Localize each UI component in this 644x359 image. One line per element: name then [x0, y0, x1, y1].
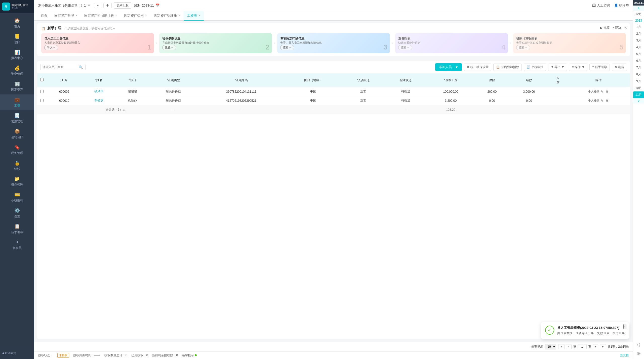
sidebar-item-close[interactable]: 🔒 结账	[0, 158, 34, 174]
first-page-btn[interactable]: «	[558, 344, 565, 349]
account-selector[interactable]: 刘小艳演示账套（勿删勿动！）1 ▼	[38, 3, 91, 8]
month-oct[interactable]: 10月	[633, 85, 644, 91]
guide-btn-toolbar[interactable]: ? 新手引导	[589, 64, 610, 71]
delete-icon-1[interactable]: 🗑	[605, 90, 609, 94]
guide-step-4-btn[interactable]: 查看＞	[398, 45, 412, 50]
sidebar-item-reports[interactable]: 📊 报表中心	[0, 47, 34, 63]
tab-assets-depreciation[interactable]: 固定资产折旧统计表 ×	[81, 11, 120, 21]
close-tab-assets-category[interactable]: ×	[145, 14, 147, 17]
close-tab-assets-mgmt[interactable]: ×	[75, 14, 77, 17]
period-selector[interactable]: 账期 2023-11 📅	[134, 3, 159, 8]
row-checkbox-1[interactable]	[37, 87, 46, 96]
guide-close-btn[interactable]: ×	[625, 26, 627, 30]
month-feb[interactable]: 2月	[633, 30, 644, 37]
month-jul[interactable]: 7月	[633, 64, 644, 71]
employee-link-1[interactable]: 徐泽华	[94, 90, 103, 93]
month-mar[interactable]: 3月	[633, 37, 644, 44]
sidebar-item-payroll[interactable]: 💼 工资	[0, 94, 34, 110]
close-tab-payroll-table[interactable]: ×	[198, 14, 200, 17]
month-nov[interactable]: 11月	[633, 91, 644, 98]
date-nav-down[interactable]: ∨	[633, 98, 644, 104]
guide-step-3-btn[interactable]: 查看＞	[280, 45, 294, 50]
month-may[interactable]: 5月	[633, 51, 644, 58]
guide-doc-btn[interactable]: ? 帮助	[612, 26, 621, 30]
row-select-2[interactable]	[40, 99, 44, 102]
prev-page-btn[interactable]: ‹	[566, 344, 572, 349]
per-page-select[interactable]: 10 20 50	[545, 344, 556, 349]
operations-btn[interactable]: ≡ 操作 ▼	[569, 64, 587, 71]
sidebar-item-assets[interactable]: 🏢 固定资产	[0, 79, 34, 94]
tab-payroll-table[interactable]: 工资表 ×	[184, 11, 204, 21]
sidebar-item-invoice[interactable]: 🧾 发票管理	[0, 110, 34, 126]
month-dec[interactable]: 12月	[633, 11, 644, 18]
sidebar-item-member[interactable]: ✦ 畅会员	[0, 237, 34, 253]
guide-step-1-btn[interactable]: 导入＞	[44, 45, 58, 50]
select-all-checkbox-header[interactable]	[37, 73, 46, 87]
guide-step-5-btn[interactable]: 查看＞	[516, 45, 530, 50]
consult-btn[interactable]: 🎧 人工咨询	[592, 3, 610, 8]
sidebar-item-guide[interactable]: 📋 新手引导	[0, 221, 34, 237]
row-checkbox-2[interactable]	[37, 96, 46, 105]
tab-assets-mgmt[interactable]: 固定资产管理 ×	[51, 11, 81, 21]
add-employee-btn[interactable]: 添加人员 ▼	[435, 63, 462, 71]
tax-report-btn[interactable]: 🧾 个税申报	[524, 64, 546, 71]
sidebar-item-settings[interactable]: ⚙️ 设置	[0, 205, 34, 221]
guide-step-2-btn[interactable]: 设置＞	[162, 45, 176, 50]
month-jan[interactable]: 1月	[633, 24, 644, 30]
employee-link-2[interactable]: 李俊杰	[94, 99, 103, 102]
recharge-btn[interactable]: 去充值	[620, 353, 629, 357]
month-apr[interactable]: 4月	[633, 44, 644, 51]
guide-help: ▶ 视频 ? 帮助	[600, 26, 621, 30]
col-report-status[interactable]: 报送状态	[385, 73, 426, 87]
guide-video-btn[interactable]: ▶ 视频	[600, 26, 610, 30]
search-icon[interactable]: 🔍	[79, 65, 83, 69]
tab-assets-detail[interactable]: 固定资产明细账 ×	[150, 11, 184, 21]
social-insurance-btn[interactable]: ⚙ 统一社保设置	[464, 64, 491, 71]
account-settings-btn[interactable]: ⚙	[103, 3, 112, 8]
next-page-btn[interactable]: ›	[593, 344, 598, 349]
export-btn[interactable]: ⬆ 导出 ▼	[548, 64, 567, 71]
row-select-1[interactable]	[40, 90, 44, 93]
sidebar-item-archive[interactable]: 📁 归档管理	[0, 174, 34, 189]
cell-name-1[interactable]: 徐泽华	[82, 87, 116, 96]
sidebar-item-ledger[interactable]: 📒 总账	[0, 31, 34, 47]
edit-icon-1[interactable]: ✎	[601, 90, 604, 94]
last-page-btn[interactable]: »	[600, 344, 606, 349]
col-status[interactable]: *人员状态	[341, 73, 385, 87]
month-aug[interactable]: 8月	[633, 71, 644, 78]
col-allowance: 津贴	[475, 73, 509, 87]
close-tab-assets-depreciation[interactable]: ×	[115, 14, 117, 17]
sidebar-item-tax[interactable]: 🔖 税务管理	[0, 142, 34, 158]
add-btn-dropdown[interactable]: ▼	[453, 65, 458, 69]
month-jun[interactable]: 6月	[633, 58, 644, 64]
user-menu[interactable]: 👤 徐泽华	[614, 3, 629, 8]
action-social-insurance-2[interactable]: 个人社保	[588, 99, 599, 102]
cell-name-2[interactable]: 李俊杰	[82, 96, 116, 105]
search-box[interactable]: 🔍	[40, 64, 86, 70]
old-version-btn[interactable]: 切到旧版	[114, 2, 131, 9]
expand-icon[interactable]: ⟨⟩	[637, 342, 640, 347]
close-tab-assets-detail[interactable]: ×	[178, 14, 180, 17]
cancel-fix-btn[interactable]: ◀ 取消固定	[2, 350, 32, 356]
add-account-btn[interactable]: +	[94, 3, 101, 8]
sidebar-item-funds[interactable]: 💰 资金管理	[0, 63, 34, 79]
col-name[interactable]: *姓名	[82, 73, 116, 87]
action-social-insurance-1[interactable]: 个人社保	[588, 90, 599, 93]
sidebar-item-expense[interactable]: 💳 小畅报销	[0, 189, 34, 205]
refresh-btn[interactable]: ↻ 刷新	[612, 64, 627, 71]
delete-icon-2[interactable]: 🗑	[605, 99, 609, 103]
select-all-checkbox[interactable]	[40, 78, 44, 81]
sidebar-item-home[interactable]: 🏠 首页	[0, 15, 34, 31]
archive-icon: 📁	[14, 176, 20, 182]
page-input[interactable]	[578, 344, 587, 349]
edit-icon-2[interactable]: ✎	[601, 99, 604, 103]
search-input[interactable]	[43, 65, 78, 69]
month-sep[interactable]: 9月	[633, 78, 644, 85]
toast-close-btn[interactable]: ×	[623, 324, 626, 329]
tab-home[interactable]: 首页	[37, 11, 51, 21]
date-nav-up[interactable]: ∧	[633, 6, 644, 11]
tab-assets-category[interactable]: 固定资产类别 ×	[120, 11, 150, 21]
sidebar-item-inventory[interactable]: 📦 进销台账	[0, 126, 34, 142]
additional-deduction-btn[interactable]: 📋 专项附加扣除	[493, 64, 522, 71]
side-action-icon[interactable]: ◉	[637, 350, 641, 356]
